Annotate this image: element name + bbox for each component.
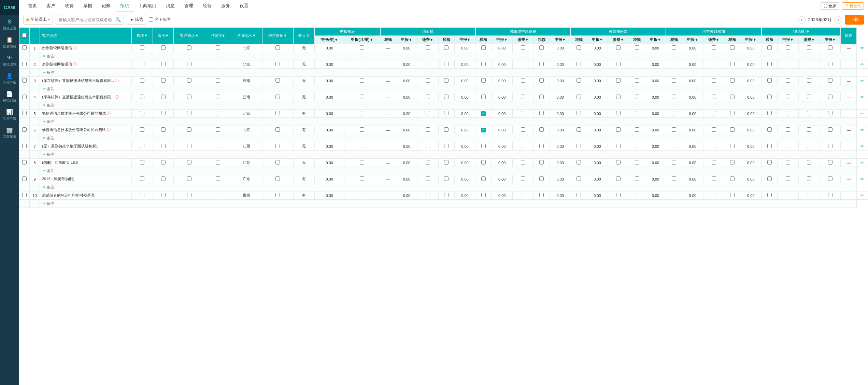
topnav-jingying[interactable]: 经营	[198, 0, 216, 12]
jiao-checkbox1[interactable]	[616, 45, 621, 50]
yin-checkbox3[interactable]	[828, 160, 833, 165]
difang-checkbox1[interactable]	[712, 62, 716, 66]
edit-icon[interactable]: ✏	[860, 127, 864, 132]
edit-icon[interactable]: ✏	[860, 144, 864, 149]
difang-checkbox1[interactable]	[712, 111, 716, 115]
cheng-checkbox3[interactable]	[577, 45, 581, 50]
baoshujiance-checkbox[interactable]	[275, 111, 280, 115]
kehuzhuque-checkbox[interactable]	[187, 111, 191, 115]
yin-checkbox3[interactable]	[828, 62, 833, 66]
search-input[interactable]	[59, 17, 115, 22]
luoka-checkbox[interactable]	[161, 95, 166, 99]
cheng-checkbox1[interactable]	[521, 78, 525, 83]
row-checkbox[interactable]	[22, 193, 27, 197]
jiao-checkbox2[interactable]	[635, 62, 639, 66]
edit-icon[interactable]: ✏	[860, 176, 864, 182]
yin-checkbox1[interactable]	[786, 144, 790, 148]
zeng-checkbox1[interactable]	[426, 62, 430, 66]
cheng-checkbox2[interactable]	[539, 95, 544, 99]
baoshujiance-checkbox[interactable]	[275, 78, 280, 83]
row-checkbox[interactable]	[22, 127, 27, 132]
cheng-checkbox2[interactable]	[539, 78, 544, 83]
cheng-checkbox1[interactable]	[521, 62, 525, 66]
sidebar-item-baoshujielan[interactable]: 👁 报税浏览	[0, 51, 19, 69]
cheng-checkbox2[interactable]	[539, 45, 544, 50]
yibaogao-checkbox[interactable]	[216, 144, 220, 148]
edit-icon[interactable]: ✏	[860, 160, 864, 165]
cheng-checkbox3[interactable]	[577, 127, 581, 132]
cheng-checkbox3[interactable]	[577, 62, 581, 66]
zeng-checkbox1[interactable]	[426, 111, 430, 115]
zeng-checkbox2[interactable]	[444, 45, 449, 50]
yin-checkbox1[interactable]	[786, 62, 790, 66]
jiao-checkbox3[interactable]	[672, 176, 676, 181]
cheng-checkbox1[interactable]	[521, 127, 525, 132]
difang-checkbox1[interactable]	[712, 127, 716, 132]
caibao-year-checkbox[interactable]	[360, 62, 364, 66]
topnav-guanli[interactable]: 管理	[180, 0, 198, 12]
difang-checkbox2[interactable]	[730, 95, 735, 99]
jiao-checkbox2[interactable]	[635, 78, 639, 83]
jiao-checkbox3[interactable]	[672, 62, 676, 66]
cheng-checkbox3[interactable]	[577, 160, 581, 165]
jiao-checkbox3[interactable]	[672, 95, 676, 99]
zeng-checkbox1[interactable]	[426, 160, 430, 165]
jiao-checkbox2[interactable]	[635, 144, 639, 148]
yibaogao-checkbox[interactable]	[216, 45, 220, 50]
sidebar-item-piliangshuigao[interactable]: 📋 批量报税	[0, 33, 19, 51]
yin-checkbox3[interactable]	[828, 176, 833, 181]
yin-checkbox2[interactable]	[807, 111, 811, 115]
sidebar-item-baoshuishezhi[interactable]: ⚙ 报税设置	[0, 15, 19, 33]
zeng-checkbox3[interactable]	[481, 78, 486, 83]
note-pencil-icon[interactable]: ✏	[43, 169, 46, 173]
cheng-checkbox3[interactable]	[577, 78, 581, 83]
jiao-checkbox2[interactable]	[635, 176, 639, 181]
sidebar-item-geshuishengbao[interactable]: 👤 个税申报	[0, 69, 19, 87]
difang-checkbox2[interactable]	[730, 193, 735, 197]
yin-checkbox1[interactable]	[786, 95, 790, 99]
cheng-checkbox3[interactable]	[577, 193, 581, 197]
caibao-year-checkbox[interactable]	[360, 78, 364, 83]
jiao-checkbox1[interactable]	[616, 62, 621, 66]
baoshujiance-checkbox[interactable]	[275, 193, 280, 197]
cheng-checkbox2[interactable]	[539, 160, 544, 165]
fullscreen-button[interactable]: ⛶ 全屏	[821, 2, 839, 10]
note-pencil-icon[interactable]: ✏	[43, 54, 46, 58]
zeng-checkbox3[interactable]	[481, 193, 486, 197]
difang-checkbox2[interactable]	[730, 111, 735, 115]
yibaogao-checkbox[interactable]	[216, 78, 220, 83]
row-checkbox[interactable]	[22, 95, 27, 99]
difang-checkbox2[interactable]	[730, 160, 735, 165]
edit-icon[interactable]: ✏	[860, 193, 864, 198]
caibao-year-checkbox[interactable]	[360, 95, 364, 99]
note-pencil-icon[interactable]: ✏	[43, 70, 46, 74]
cheng-checkbox3[interactable]	[577, 176, 581, 181]
next-period-button[interactable]: ›	[835, 16, 842, 24]
baoshui-checkbox[interactable]	[140, 127, 144, 132]
cheng-checkbox1[interactable]	[521, 45, 525, 50]
membership-button[interactable]: 🎖 畅会员	[842, 2, 864, 10]
baoshujiance-checkbox[interactable]	[275, 160, 280, 165]
kehuzhuque-checkbox[interactable]	[187, 160, 191, 165]
difang-checkbox2[interactable]	[730, 78, 735, 83]
cheng-checkbox1[interactable]	[521, 160, 525, 165]
yin-checkbox1[interactable]	[786, 111, 790, 115]
note-pencil-icon[interactable]: ✏	[43, 152, 46, 156]
topnav-shezhi[interactable]: 设置	[235, 0, 253, 12]
jiao-checkbox1[interactable]	[616, 127, 621, 132]
cheng-checkbox1[interactable]	[521, 176, 525, 181]
jiao-checkbox1[interactable]	[616, 144, 621, 148]
cheng-checkbox3[interactable]	[577, 144, 581, 148]
sidebar-item-gongshannianbao[interactable]: 🏢 工商年报	[0, 124, 19, 142]
difang-checkbox1[interactable]	[712, 144, 716, 148]
baoshujiance-checkbox[interactable]	[275, 127, 280, 132]
jiao-checkbox1[interactable]	[616, 111, 621, 115]
cheng-checkbox3[interactable]	[577, 95, 581, 99]
zeng-checkbox3[interactable]	[481, 62, 486, 66]
note-pencil-icon[interactable]: ✏	[43, 103, 46, 107]
star-button[interactable]: 名下标客	[149, 17, 171, 23]
note-pencil-icon[interactable]: ✏	[43, 119, 46, 124]
select-all-checkbox[interactable]	[22, 33, 27, 38]
topnav-gongshang[interactable]: 工商项目	[134, 0, 161, 12]
baoshui-checkbox[interactable]	[140, 62, 144, 66]
